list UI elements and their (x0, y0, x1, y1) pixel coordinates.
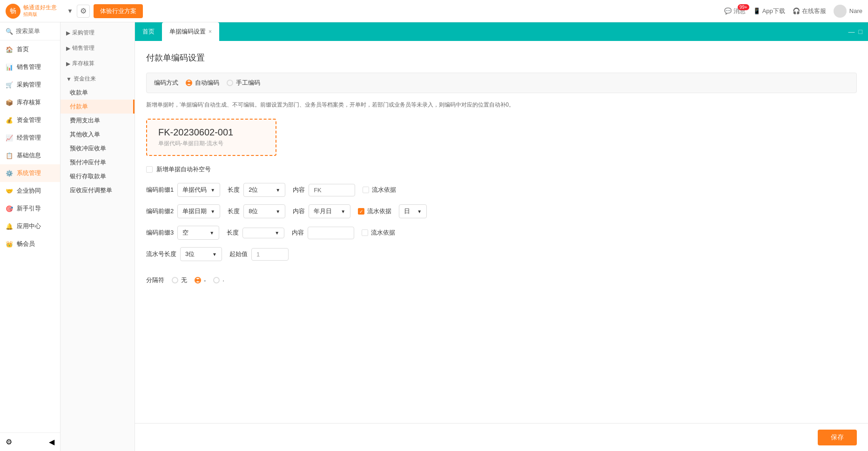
logo-text-line2: 招商版 (23, 11, 57, 18)
tab-close-icon[interactable]: × (209, 28, 212, 35)
length1-group: 长度 2位 ▼ (228, 183, 285, 197)
app-icon: 📱 (753, 7, 760, 14)
experience-button[interactable]: 体验行业方案 (94, 4, 143, 18)
sidebar-item-basics[interactable]: 📋 基础信息 (0, 147, 60, 164)
app-download-label: App下载 (762, 7, 785, 15)
content3-input[interactable] (308, 227, 354, 239)
start-value-input[interactable] (251, 248, 289, 261)
sidebar-item-apps[interactable]: 🔔 应用中心 (0, 217, 60, 235)
prefix1-row: 编码前缀1 单据代码 ▼ 长度 2位 ▼ 内容 (146, 183, 857, 197)
tab-encoding[interactable]: 单据编码设置 × (162, 22, 219, 41)
tab-right-controls: — □ (848, 28, 868, 35)
sidebar-item-finance[interactable]: 💰 资金管理 (0, 111, 60, 129)
content-footer: 保存 (135, 423, 868, 451)
settings-icon[interactable]: ⚙ (77, 5, 90, 18)
company-dropdown[interactable]: ▼ (65, 7, 73, 14)
prefix3-select[interactable]: 空 ▼ (177, 226, 219, 240)
serial-length-select[interactable]: 3位 ▼ (180, 247, 222, 261)
length1-value: 2位 (249, 186, 258, 194)
sub-item-payment[interactable]: 付款单 (61, 100, 135, 114)
sub-group-label-capital: 资金往来 (74, 75, 96, 83)
stream2-unit-select[interactable]: 日 ▼ (399, 204, 427, 218)
save-button[interactable]: 保存 (818, 430, 857, 445)
sub-item-adjust[interactable]: 应收应付调整单 (61, 183, 135, 197)
prefix2-select[interactable]: 单据日期 ▼ (177, 204, 220, 218)
bottom-settings-icon[interactable]: ⚙ (6, 438, 12, 446)
content2-value: 年月日 (314, 207, 332, 215)
sub-item-expense[interactable]: 费用支出单 (61, 114, 135, 128)
prefix2-label: 编码前缀2 (146, 207, 174, 215)
radio-auto[interactable]: 自动编码 (186, 79, 219, 87)
search-menu[interactable]: 🔍 搜索菜单 (0, 22, 60, 40)
sub-item-prepay-pay[interactable]: 预付冲应付单 (61, 155, 135, 169)
radio-manual[interactable]: 手工编码 (227, 79, 260, 87)
length1-select[interactable]: 2位 ▼ (243, 183, 285, 197)
sep-none-option[interactable]: 无 (172, 276, 187, 284)
sub-group-header-purchase[interactable]: ▶ 采购管理 (61, 26, 135, 40)
sidebar-item-operations[interactable]: 📈 经营管理 (0, 129, 60, 147)
sidebar-item-member[interactable]: 👑 畅会员 (0, 235, 60, 253)
sidebar-item-system[interactable]: ⚙️ 系统管理 (0, 164, 60, 182)
tab-home[interactable]: 首页 (135, 22, 162, 41)
sidebar-label-system: 系统管理 (17, 169, 41, 177)
content2-select[interactable]: 年月日 ▼ (309, 204, 350, 218)
maximize-icon[interactable]: □ (859, 28, 862, 35)
content1-input[interactable] (309, 184, 355, 196)
length3-chevron: ▼ (275, 230, 279, 236)
prefix1-group: 编码前缀1 单据代码 ▼ (146, 183, 220, 197)
auto-fill-checkbox[interactable] (146, 166, 153, 173)
sidebar-label-inventory: 库存核算 (17, 98, 41, 107)
content3-label: 内容 (292, 229, 304, 237)
length2-select[interactable]: 8位 ▼ (243, 204, 285, 218)
page-title: 付款单编码设置 (146, 52, 857, 63)
search-menu-label: 搜索菜单 (16, 27, 40, 35)
chevron-down-icon-capital: ▼ (66, 76, 72, 82)
sidebar-item-sales[interactable]: 📊 销售管理 (0, 58, 60, 76)
content2-chevron: ▼ (341, 209, 345, 214)
sub-group-header-sales[interactable]: ▶ 销售管理 (61, 41, 135, 55)
length2-group: 长度 8位 ▼ (228, 204, 285, 218)
minimize-icon[interactable]: — (848, 28, 855, 35)
sep-dash-option[interactable]: - (195, 277, 206, 284)
user-menu[interactable]: Nare (834, 5, 862, 18)
sub-group-header-stock[interactable]: ▶ 库存核算 (61, 57, 135, 70)
sidebar-label-basics: 基础信息 (17, 151, 41, 160)
chevron-right-icon: ▶ (66, 30, 70, 36)
logo-area: 畅 畅通道好生意 招商版 (6, 4, 61, 19)
main-layout: 🔍 搜索菜单 🏠 首页 📊 销售管理 🛒 采购管理 📦 库存核算 💰 资金管理 … (0, 22, 868, 451)
prefix1-value: 单据代码 (182, 186, 207, 194)
sidebar-label-corp: 企业协同 (17, 187, 41, 195)
sub-item-receipt[interactable]: 收款单 (61, 86, 135, 100)
length3-select[interactable]: ▼ (242, 228, 284, 238)
prefix2-value: 单据日期 (182, 207, 207, 215)
sub-group-header-capital[interactable]: ▼ 资金往来 (61, 72, 135, 86)
logo-icon: 畅 (6, 4, 20, 19)
sub-item-prepay-recv[interactable]: 预收冲应收单 (61, 141, 135, 155)
sub-item-bank[interactable]: 银行存取款单 (61, 169, 135, 183)
stream3-check[interactable]: 流水依据 (362, 229, 395, 237)
sidebar-item-purchase[interactable]: 🛒 采购管理 (0, 76, 60, 94)
serial-length-chevron: ▼ (212, 252, 217, 257)
stream1-check[interactable]: 流水依据 (363, 186, 396, 194)
app-download-button[interactable]: 📱 App下载 (753, 7, 785, 15)
form-section: 编码前缀1 单据代码 ▼ 长度 2位 ▼ 内容 (146, 183, 857, 284)
message-button[interactable]: 💬 消息 99+ (724, 7, 746, 15)
serial-length-label: 流水号长度 (146, 250, 176, 258)
stream2-check[interactable]: ✓ 流水依据 (358, 207, 391, 215)
sub-group-purchase: ▶ 采购管理 (61, 26, 135, 40)
sub-group-label-stock: 库存核算 (72, 60, 94, 67)
prefix1-select[interactable]: 单据代码 ▼ (177, 183, 220, 197)
stream2-checkbox: ✓ (358, 208, 364, 215)
sidebar-item-inventory[interactable]: 📦 库存核算 (0, 94, 60, 111)
sep-dot-option[interactable]: · (213, 277, 224, 284)
sub-item-other-income[interactable]: 其他收入单 (61, 128, 135, 141)
sub-group-label-purchase: 采购管理 (72, 29, 94, 37)
sidebar-item-home[interactable]: 🏠 首页 (0, 40, 60, 58)
sep-dash-radio (195, 277, 201, 283)
encoding-method-row: 编码方式 自动编码 手工编码 (146, 73, 857, 93)
header-right: 💬 消息 99+ 📱 App下载 🎧 在线客服 Nare (724, 5, 862, 18)
sidebar-item-corp[interactable]: 🤝 企业协同 (0, 182, 60, 200)
online-service-button[interactable]: 🎧 在线客服 (793, 7, 826, 15)
sidebar-item-guide[interactable]: 🎯 新手引导 (0, 200, 60, 217)
collapse-icon[interactable]: ◀ (49, 438, 54, 446)
